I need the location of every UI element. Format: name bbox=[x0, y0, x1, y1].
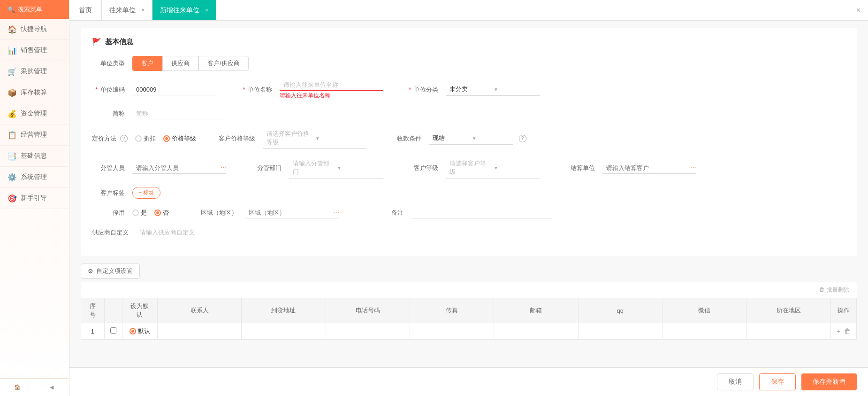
row-region-input[interactable] bbox=[752, 328, 824, 335]
short-name-input[interactable] bbox=[132, 108, 226, 119]
btn-supplier[interactable]: 供应商 bbox=[162, 56, 198, 71]
th-phone: 电话号码 bbox=[326, 298, 410, 323]
th-qq: qq bbox=[578, 298, 662, 323]
contacts-table-section: 🗑 批量删除 序号 设为默认 联系人 到货地址 电话号码 传真 邮箱 qq bbox=[81, 282, 857, 340]
customer-price-select[interactable]: 请选择客户价格等级 ▼ bbox=[263, 128, 366, 149]
sidebar-item-label: 库存核算 bbox=[21, 88, 47, 97]
customer-level-select[interactable]: 请选择客户等级 ▼ bbox=[446, 157, 540, 179]
tab-home-label: 首页 bbox=[79, 6, 92, 15]
default-radio-cell[interactable]: 默认 bbox=[128, 327, 152, 335]
settlement-label: 结算单位 bbox=[562, 164, 595, 172]
td-contact[interactable] bbox=[157, 323, 241, 340]
customer-level-label: 客户等级 bbox=[405, 164, 438, 172]
tab-new-contact[interactable]: 新增往来单位 × bbox=[152, 0, 216, 20]
td-wechat[interactable] bbox=[662, 323, 746, 340]
unit-code-name-row: * 单位编码 * 单位名称 请输入往来单位名称 * 单位分类 bbox=[92, 79, 845, 100]
supplier-custom-label: 供应商自定义 bbox=[92, 228, 129, 237]
wechat-input[interactable] bbox=[668, 328, 740, 335]
td-region[interactable] bbox=[746, 323, 830, 340]
td-phone[interactable] bbox=[326, 323, 410, 340]
tab-home[interactable]: 首页 bbox=[69, 0, 102, 20]
pricing-level-label: 价格等级 bbox=[172, 134, 196, 143]
tab-contacts-close[interactable]: × bbox=[141, 7, 145, 14]
sidebar-item-finance[interactable]: 💰 资金管理 bbox=[0, 103, 69, 124]
region-input[interactable] bbox=[245, 207, 331, 218]
chart-icon: 📊 bbox=[8, 46, 17, 55]
disable-no-label: 否 bbox=[163, 209, 169, 217]
supplier-custom-input[interactable] bbox=[136, 227, 230, 238]
phone-input[interactable] bbox=[332, 328, 404, 335]
settlement-input[interactable] bbox=[602, 163, 689, 173]
td-checkbox[interactable] bbox=[104, 323, 122, 340]
unit-code-input[interactable] bbox=[132, 84, 217, 95]
settlement-input-group: ··· bbox=[602, 163, 696, 174]
sidebar-home-btn[interactable]: 🏠 bbox=[0, 379, 35, 396]
sidebar-item-basic[interactable]: 📑 基础信息 bbox=[0, 146, 69, 167]
sidebar-item-quick-nav[interactable]: 🏠 快捷导航 bbox=[0, 19, 69, 40]
sidebar-item-purchase[interactable]: 🛒 采购管理 bbox=[0, 61, 69, 82]
manager-input-group: ··· bbox=[132, 163, 226, 174]
chevron-down-icon: ▼ bbox=[494, 87, 536, 92]
email-input[interactable] bbox=[500, 328, 572, 335]
bottom-bar: 取消 保存 保存并新增 bbox=[69, 367, 868, 396]
td-qq[interactable] bbox=[578, 323, 662, 340]
manager-input[interactable] bbox=[132, 163, 219, 173]
remark-input[interactable] bbox=[411, 207, 552, 218]
pricing-level[interactable]: 价格等级 bbox=[163, 134, 196, 143]
td-fax[interactable] bbox=[410, 323, 494, 340]
row-checkbox[interactable] bbox=[110, 327, 116, 334]
contact-input[interactable] bbox=[163, 328, 236, 335]
th-region: 所在地区 bbox=[746, 298, 830, 323]
payment-select[interactable]: 现结 ▼ bbox=[429, 132, 513, 145]
disable-label: 停用 bbox=[92, 209, 125, 217]
tab-new-contact-close[interactable]: × bbox=[205, 7, 208, 14]
disable-no[interactable]: 否 bbox=[154, 209, 169, 217]
pricing-help-icon[interactable]: ? bbox=[120, 135, 128, 142]
gear-icon: ⚙️ bbox=[8, 172, 17, 182]
add-tag-btn[interactable]: + 标签 bbox=[132, 187, 160, 199]
window-close-btn[interactable]: × bbox=[849, 0, 868, 20]
sidebar-item-label: 基础信息 bbox=[21, 152, 47, 160]
pricing-discount[interactable]: 折扣 bbox=[135, 134, 156, 143]
btn-customer[interactable]: 客户 bbox=[132, 56, 162, 71]
manager-more-btn[interactable]: ··· bbox=[219, 163, 228, 172]
department-select[interactable]: 请输入分管部门 ▼ bbox=[289, 157, 383, 179]
tab-contacts[interactable]: 往来单位 × bbox=[102, 0, 152, 20]
sidebar-search[interactable]: 🔍 搜索菜单 bbox=[0, 0, 69, 19]
batch-delete-btn[interactable]: 批量删除 bbox=[827, 286, 849, 294]
sidebar-item-inventory[interactable]: 📦 库存核算 bbox=[0, 82, 69, 103]
tab-new-contact-label: 新增往来单位 bbox=[160, 6, 199, 15]
sidebar-item-newbie[interactable]: 🎯 新手引导 bbox=[0, 188, 69, 209]
contacts-table: 序号 设为默认 联系人 到货地址 电话号码 传真 邮箱 qq 微信 所在地区 操… bbox=[81, 298, 857, 340]
unit-type-row: 单位类型 客户 供应商 客户/供应商 bbox=[92, 56, 845, 71]
save-new-button[interactable]: 保存并新增 bbox=[801, 373, 857, 390]
td-address[interactable] bbox=[242, 323, 326, 340]
sidebar-item-operations[interactable]: 📋 经营管理 bbox=[0, 124, 69, 146]
unit-type-label: 单位类型 bbox=[92, 59, 125, 68]
td-email[interactable] bbox=[494, 323, 578, 340]
settlement-more-btn[interactable]: ··· bbox=[689, 163, 699, 172]
add-row-btn[interactable]: + bbox=[837, 327, 840, 335]
cancel-button[interactable]: 取消 bbox=[717, 373, 754, 390]
short-name-label: 简称 bbox=[92, 109, 125, 118]
section-title: 🚩 基本信息 bbox=[92, 38, 845, 47]
delete-row-btn[interactable]: 🗑 bbox=[844, 327, 851, 335]
btn-both[interactable]: 客户/供应商 bbox=[198, 56, 249, 71]
customize-settings-btn[interactable]: ⚙ 自定义项设置 bbox=[81, 264, 140, 279]
fax-input[interactable] bbox=[416, 328, 488, 335]
payment-help-icon[interactable]: ? bbox=[519, 135, 526, 142]
qq-input[interactable] bbox=[584, 328, 656, 335]
unit-name-input[interactable] bbox=[280, 79, 383, 91]
search-icon: 🔍 bbox=[8, 6, 15, 13]
sidebar-expand-btn[interactable]: ◀ bbox=[35, 379, 69, 396]
save-button[interactable]: 保存 bbox=[759, 373, 796, 390]
sidebar-item-sales[interactable]: 📊 销售管理 bbox=[0, 40, 69, 61]
region-more-btn[interactable]: ··· bbox=[331, 209, 341, 217]
sidebar-item-system[interactable]: ⚙️ 系统管理 bbox=[0, 167, 69, 188]
chevron-down-icon5: ▼ bbox=[494, 165, 536, 171]
address-input[interactable] bbox=[247, 328, 320, 335]
cart-icon: 🛒 bbox=[8, 67, 17, 76]
disable-yes[interactable]: 是 bbox=[132, 209, 147, 217]
customer-level-placeholder: 请选择客户等级 bbox=[449, 159, 492, 176]
unit-category-select[interactable]: 未分类 ▼ bbox=[446, 83, 540, 96]
